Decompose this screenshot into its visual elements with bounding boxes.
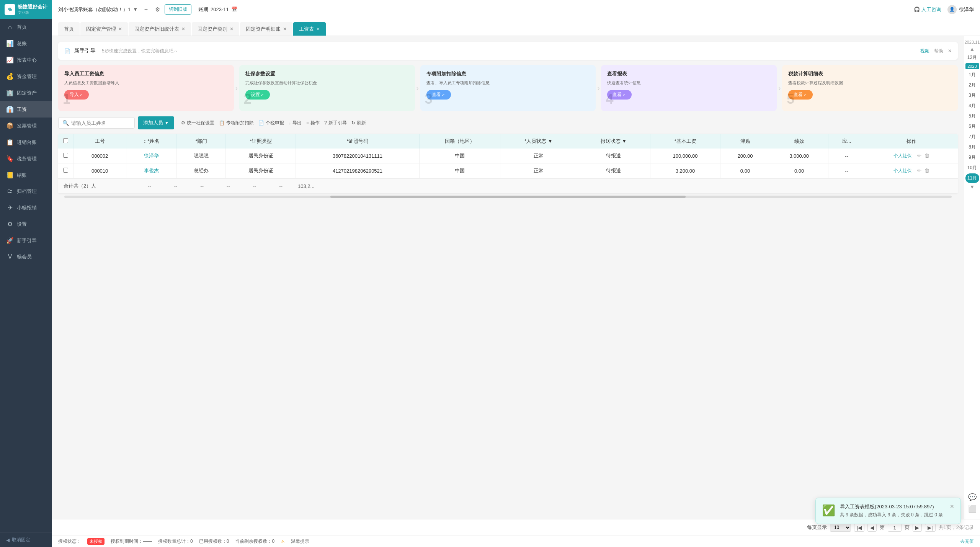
sidebar-icon-3: 💰	[6, 73, 14, 80]
action-social-insurance-0[interactable]: 个人社保	[893, 153, 912, 158]
sidebar-item-发票管理[interactable]: 📦 发票管理	[0, 118, 52, 134]
select-all-checkbox[interactable]	[63, 138, 68, 143]
action-social-insurance-1[interactable]: 个人社保	[893, 168, 912, 173]
status-bar: 授权状态： 未授权 授权到期时间：—— 授权数量总计：0 已用授权数：0 当前剩…	[52, 536, 980, 547]
sidebar-item-结账[interactable]: 📒 结账	[0, 167, 52, 183]
last-page-btn[interactable]: ▶|	[925, 524, 935, 532]
sidebar-item-总账[interactable]: 📊 总账	[0, 35, 52, 52]
switch-version-btn[interactable]: 切到旧版	[165, 4, 191, 15]
sidebar-item-小畅报销[interactable]: ✈ 小畅报销	[0, 199, 52, 216]
notif-close-btn[interactable]: ✕	[950, 503, 954, 509]
panel-down-btn[interactable]: ▼	[970, 184, 975, 190]
tab-工资表[interactable]: 工资表✕	[293, 22, 326, 36]
tab-首页[interactable]: 首页	[58, 22, 80, 36]
name-link-0[interactable]: 徐泽华	[144, 153, 159, 158]
month-item-10[interactable]: 9月	[965, 153, 979, 162]
remain-label: 当前剩余授权数：0	[235, 538, 274, 545]
toolbar-action-label-5: 新手引导	[328, 120, 347, 126]
sidebar-item-资金管理[interactable]: 💰 资金管理	[0, 68, 52, 85]
sidebar-item-畅会员[interactable]: V 畅会员	[0, 249, 52, 265]
content-main: 📄 新手引导 5步快速完成设置，快去完善信息吧～ 视频 帮助 ✕ 导入员工工资信…	[52, 36, 964, 519]
month-item-3[interactable]: 2月	[965, 80, 979, 90]
month-item-8[interactable]: 7月	[965, 132, 979, 142]
sidebar-item-税务管理[interactable]: 🔖 税务管理	[0, 150, 52, 167]
panel-up-btn[interactable]: ▲	[970, 46, 975, 52]
month-item-0[interactable]: 12月	[965, 53, 979, 62]
month-item-7[interactable]: 6月	[965, 122, 979, 131]
guide-close-btn[interactable]: ✕	[948, 48, 952, 54]
action-delete-icon-1[interactable]: 🗑	[924, 168, 929, 173]
action-edit-icon-0[interactable]: ✏	[917, 153, 921, 158]
month-item-2[interactable]: 1月	[965, 70, 979, 80]
sidebar-item-工资[interactable]: 👔 工资	[0, 101, 52, 118]
add-account-btn[interactable]: ＋	[142, 4, 150, 15]
sidebar-logo[interactable]: 畅 畅捷通好会计 专业版	[0, 0, 52, 19]
tab-close-4[interactable]: ✕	[283, 26, 287, 32]
toolbar-action-统一社保设置[interactable]: ⚙统一社保设置	[181, 120, 214, 126]
tab-close-1[interactable]: ✕	[118, 26, 122, 32]
toolbar-action-刷新[interactable]: ↻刷新	[351, 120, 366, 126]
tab-close-3[interactable]: ✕	[230, 26, 234, 32]
toolbar-action-个税申报[interactable]: 📄个税申报	[258, 120, 284, 126]
month-item-4[interactable]: 3月	[965, 91, 979, 100]
col-status[interactable]: *人员状态 ▼	[500, 134, 577, 149]
first-page-btn[interactable]: |◀	[854, 524, 864, 532]
toolbar-action-导出[interactable]: ↓导出	[289, 120, 302, 126]
next-page-btn[interactable]: ▶	[913, 524, 922, 532]
recharge-link[interactable]: 去充值	[960, 538, 974, 545]
sidebar-item-新手引导[interactable]: 🚀 新手引导	[0, 232, 52, 249]
select-all-header[interactable]	[58, 134, 74, 149]
sidebar-item-报表中心[interactable]: 📈 报表中心	[0, 52, 52, 68]
row-checkbox-1[interactable]	[58, 163, 74, 178]
guide-video-btn[interactable]: 视频	[920, 48, 929, 54]
tab-固定资产管理[interactable]: 固定资产管理✕	[80, 22, 128, 36]
sidebar-label-14: 畅会员	[17, 253, 32, 260]
prev-page-btn[interactable]: ◀	[867, 524, 877, 532]
tab-固定资产明细账[interactable]: 固定资产明细账✕	[240, 22, 292, 36]
sidebar-item-设置[interactable]: ⚙ 设置	[0, 216, 52, 232]
tab-close-5[interactable]: ✕	[316, 26, 320, 32]
tab-close-2[interactable]: ✕	[181, 26, 185, 32]
sidebar-item-首页[interactable]: ⌂ 首页	[0, 19, 52, 35]
col-report-status[interactable]: 报送状态 ▼	[577, 134, 650, 149]
current-page-input[interactable]	[888, 524, 902, 532]
tab-固定资产类别[interactable]: 固定资产类别✕	[192, 22, 239, 36]
search-input[interactable]	[71, 120, 131, 126]
month-item-1[interactable]: 2023	[965, 63, 979, 69]
footer-dash-4: --	[227, 183, 230, 189]
expand-icon[interactable]: ⬜	[968, 505, 977, 513]
name-link-1[interactable]: 李俊杰	[144, 168, 159, 173]
month-item-9[interactable]: 8月	[965, 142, 979, 152]
period-selector[interactable]: 账期 2023-11 📅	[198, 6, 237, 13]
month-item-12[interactable]: 11月	[965, 173, 979, 183]
row-name-1[interactable]: 李俊杰	[126, 163, 177, 178]
settings-btn[interactable]: ⚙	[154, 5, 162, 15]
page-size-select[interactable]: 102050100	[830, 523, 851, 532]
account-dropdown-icon[interactable]: ▼	[133, 7, 138, 12]
sidebar-item-进销台账[interactable]: 📋 进销台账	[0, 134, 52, 150]
month-item-6[interactable]: 5月	[965, 111, 979, 121]
col-name[interactable]: ↕ *姓名	[126, 134, 177, 149]
guide-help-btn[interactable]: 帮助	[934, 48, 943, 54]
sidebar-item-固定资产[interactable]: 🏢 固定资产	[0, 85, 52, 101]
row-checkbox-0[interactable]	[58, 149, 74, 163]
cancel-fix-btn[interactable]: ◀ 取消固定	[0, 532, 52, 547]
row-name-0[interactable]: 徐泽华	[126, 149, 177, 163]
action-edit-icon-1[interactable]: ✏	[917, 168, 921, 173]
tab-固定资产折旧统计表[interactable]: 固定资产折旧统计表✕	[129, 22, 191, 36]
month-item-5[interactable]: 4月	[965, 101, 979, 111]
sidebar-item-归档管理[interactable]: 🗂 归档管理	[0, 183, 52, 199]
period-calendar-icon[interactable]: 📅	[231, 7, 237, 12]
step-item-3: 查看报表 快速查看统计信息 查看＞ 4	[601, 65, 777, 111]
feedback-icon[interactable]: 💬	[968, 493, 977, 501]
user-menu[interactable]: 👤 徐泽华	[947, 5, 974, 14]
toolbar-action-专项附加扣除[interactable]: 📋专项附加扣除	[219, 120, 254, 126]
toolbar-action-新手引导[interactable]: ?新手引导	[324, 120, 347, 126]
service-btn[interactable]: 🎧 人工咨询	[914, 6, 941, 13]
month-item-11[interactable]: 10月	[965, 163, 979, 173]
action-delete-icon-0[interactable]: 🗑	[924, 153, 929, 158]
add-employee-btn[interactable]: 添加人员 ▼	[138, 116, 174, 129]
toolbar-action-操作[interactable]: ≡操作	[306, 120, 320, 126]
notif-title: 导入工资表模板(2023-03-23 15:07:59.897)	[840, 503, 945, 510]
account-selector[interactable]: 刘小艳演示账套（勿删勿动！）1 ▼	[58, 6, 138, 13]
